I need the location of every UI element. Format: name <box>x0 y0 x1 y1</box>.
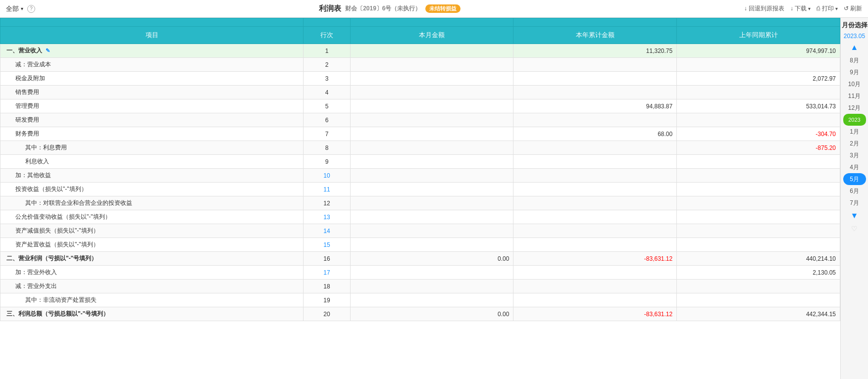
cell-year <box>513 141 677 155</box>
cell-item: 财务费用 <box>0 127 304 141</box>
cell-year: 94,883.87 <box>513 99 677 113</box>
col-header-year <box>513 18 677 27</box>
month-item[interactable]: 12月 <box>843 102 866 114</box>
cell-prev: 442,344.15 <box>677 307 840 321</box>
cell-month: 0.00 <box>350 252 513 266</box>
month-item[interactable]: 7月 <box>843 197 866 209</box>
cell-month <box>350 44 513 58</box>
cell-row-num: 18 <box>304 280 350 293</box>
cell-item: 减：营业成本 <box>0 58 304 72</box>
cell-item: 加：营业外收入 <box>0 266 304 280</box>
all-dropdown[interactable]: 全部 ▾ <box>6 4 23 13</box>
cell-prev <box>677 196 840 210</box>
cell-item: 资产减值损失（损失以"-"填列） <box>0 224 304 238</box>
cell-item: 利息收入 <box>0 155 304 169</box>
nav-down[interactable]: ▼ <box>849 210 861 222</box>
th-year: 本年累计金额 <box>513 27 677 44</box>
cell-prev <box>677 58 840 72</box>
cell-year <box>513 113 677 127</box>
month-item[interactable]: 1月 <box>843 126 866 138</box>
month-item[interactable]: 5月 <box>843 173 866 185</box>
cell-row-num: 12 <box>304 196 350 210</box>
cell-month <box>350 196 513 210</box>
cell-month <box>350 210 513 224</box>
top-bar-center: 利润表 财会〔2019〕6号（未执行） 未结转损益 <box>319 4 460 13</box>
cell-row-num: 15 <box>304 238 350 252</box>
cell-year <box>513 196 677 210</box>
cell-prev <box>677 113 840 127</box>
table-row: 其中：非流动资产处置损失19 <box>0 293 840 307</box>
all-label: 全部 <box>6 4 19 13</box>
month-item[interactable]: 9月 <box>843 66 866 78</box>
cell-year <box>513 86 677 99</box>
status-badge: 未结转损益 <box>425 4 460 13</box>
cell-prev <box>677 293 840 307</box>
cell-year: -83,631.12 <box>513 307 677 321</box>
month-item[interactable]: 2月 <box>843 138 866 149</box>
table-row: 资产减值损失（损失以"-"填列）14 <box>0 224 840 238</box>
month-item[interactable]: 2023 <box>843 114 866 126</box>
top-bar: 全部 ▾ ? 利润表 财会〔2019〕6号（未执行） 未结转损益 ↓ 回退到原报… <box>0 0 868 18</box>
cell-year <box>513 238 677 252</box>
cell-year: 11,320.75 <box>513 44 677 58</box>
cell-year <box>513 266 677 280</box>
cell-item: 一、营业收入 ✎ <box>0 44 304 58</box>
question-icon[interactable]: ? <box>27 5 35 13</box>
cell-year <box>513 72 677 86</box>
cell-month <box>350 113 513 127</box>
nav-heart[interactable]: ♡ <box>849 223 861 235</box>
cell-year <box>513 280 677 293</box>
cell-row-num: 3 <box>304 72 350 86</box>
cell-row-num: 14 <box>304 224 350 238</box>
download-arrow-icon: ▾ <box>808 6 811 11</box>
month-item[interactable]: 10月 <box>843 78 866 90</box>
top-bar-right: ↓ 回退到原报表 ↓ 下载 ▾ ⎙ 打印 ▾ ↺ 刷新 <box>744 4 862 13</box>
th-month: 本月金额 <box>350 27 513 44</box>
cell-prev: -875.20 <box>677 141 840 155</box>
refresh-button[interactable]: ↺ 刷新 <box>844 4 862 13</box>
doc-info: 财会〔2019〕6号（未执行） <box>345 4 421 13</box>
cell-prev: 2,130.05 <box>677 266 840 280</box>
cell-month <box>350 99 513 113</box>
month-item[interactable]: 8月 <box>843 54 866 66</box>
cell-row-num: 20 <box>304 307 350 321</box>
cell-month <box>350 183 513 196</box>
table-row: 税金及附加32,072.97 <box>0 72 840 86</box>
table-area: 项目 行次 本月金额 本年累计金额 上年同期累计 一、营业收入 ✎111,320… <box>0 18 840 379</box>
cell-row-num: 4 <box>304 86 350 99</box>
cell-item: 三、利润总额（亏损总额以"-"号填列） <box>0 307 304 321</box>
cell-row-num: 5 <box>304 99 350 113</box>
table-row: 管理费用594,883.87533,014.73 <box>0 99 840 113</box>
cell-prev <box>677 280 840 293</box>
print-button[interactable]: ⎙ 打印 ▾ <box>817 4 837 13</box>
cell-prev <box>677 238 840 252</box>
nav-up[interactable]: ▲ <box>849 42 861 53</box>
table-row: 减：营业成本2 <box>0 58 840 72</box>
cell-year <box>513 224 677 238</box>
month-item[interactable]: 4月 <box>843 161 866 173</box>
cell-row-num: 1 <box>304 44 350 58</box>
col-header-prev <box>677 18 840 27</box>
table-row: 加：其他收益10 <box>0 169 840 183</box>
th-item: 项目 <box>0 27 304 44</box>
cell-item: 其中：对联营企业和合营企业的投资收益 <box>0 196 304 210</box>
main-layout: 项目 行次 本月金额 本年累计金额 上年同期累计 一、营业收入 ✎111,320… <box>0 18 868 379</box>
table-row: 公允价值变动收益（损失以"-"填列）13 <box>0 210 840 224</box>
cell-prev <box>677 169 840 183</box>
cell-month <box>350 293 513 307</box>
cell-row-num: 16 <box>304 252 350 266</box>
cell-prev <box>677 210 840 224</box>
edit-icon[interactable]: ✎ <box>44 47 50 53</box>
table-row: 其中：利息费用8-875.20 <box>0 141 840 155</box>
back-button[interactable]: ↓ 回退到原报表 <box>744 4 784 13</box>
month-item[interactable]: 6月 <box>843 185 866 197</box>
cell-month <box>350 238 513 252</box>
report-table: 项目 行次 本月金额 本年累计金额 上年同期累计 一、营业收入 ✎111,320… <box>0 18 840 321</box>
table-row: 一、营业收入 ✎111,320.75974,997.10 <box>0 44 840 58</box>
cell-month <box>350 86 513 99</box>
download-button[interactable]: ↓ 下载 ▾ <box>790 4 811 13</box>
month-item[interactable]: 11月 <box>843 90 866 102</box>
cell-row-num: 17 <box>304 266 350 280</box>
cell-item: 二、营业利润（亏损以"-"号填列） <box>0 252 304 266</box>
month-item[interactable]: 3月 <box>843 149 866 161</box>
